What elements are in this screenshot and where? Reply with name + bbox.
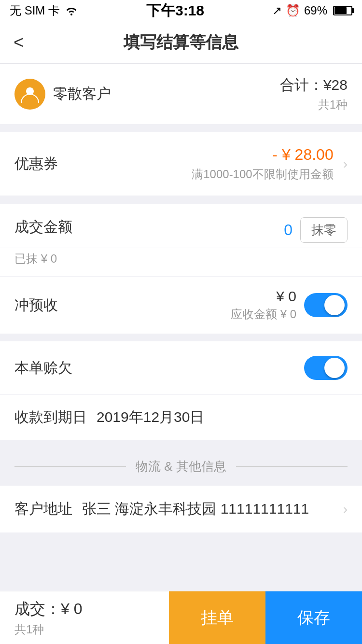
avatar (14, 79, 45, 110)
coupon-right-col: - ¥ 28.00 满1000-100不限制使用金额 (192, 146, 333, 182)
back-button[interactable]: < (14, 32, 24, 53)
main-content: 零散客户 合计：¥28 共1种 优惠券 - ¥ 28.00 满1000-100不… (0, 64, 362, 586)
coupon-desc: 满1000-100不限制使用金额 (192, 167, 333, 182)
nav-bar: < 填写结算等信息 (0, 21, 362, 64)
status-right: ↗ ⏰ 69% (272, 4, 352, 17)
hang-button[interactable]: 挂单 (169, 591, 265, 644)
customer-total: 合计：¥28 共1种 (280, 75, 348, 112)
deal-amount-label: 成交金额 (14, 217, 72, 237)
debt-row: 本单赊欠 (0, 341, 362, 394)
due-date-label: 收款到期日 (14, 407, 87, 427)
round-button[interactable]: 抹零 (300, 217, 348, 243)
divider-line-left (14, 466, 126, 467)
coupon-row[interactable]: 优惠券 - ¥ 28.00 满1000-100不限制使用金额 › (0, 132, 362, 196)
battery-percent: 69% (304, 4, 327, 17)
status-left: 无 SIM 卡 (10, 3, 78, 18)
precollect-top-amount: ¥ 0 (231, 288, 296, 305)
logistics-header: 物流 & 其他信息 (0, 448, 362, 486)
bottom-deal-amount: ¥ 0 (61, 600, 82, 617)
due-date-value[interactable]: 2019年12月30日 (97, 407, 204, 427)
location-icon: ↗ (272, 4, 282, 17)
deal-input-area: 0 抹零 (284, 217, 348, 243)
coupon-amount: - ¥ 28.00 (192, 146, 333, 164)
precollect-amounts: ¥ 0 应收金额 ¥ 0 (231, 288, 296, 322)
coupon-chevron: › (343, 156, 348, 172)
total-amount: 合计：¥28 (280, 75, 348, 95)
coupon-right: - ¥ 28.00 满1000-100不限制使用金额 › (192, 146, 348, 182)
precollect-right: ¥ 0 应收金额 ¥ 0 (231, 288, 348, 322)
address-row[interactable]: 客户地址 张三 海淀永丰科技园 11111111111 › (0, 486, 362, 533)
divider-2 (0, 196, 362, 204)
deal-sub-text: 已抹 ¥ 0 (0, 248, 362, 276)
divider-line-right (236, 466, 348, 467)
sim-indicator: 无 SIM 卡 (10, 3, 60, 18)
address-value: 张三 海淀永丰科技园 11111111111 (82, 499, 339, 519)
debt-toggle-knob (324, 358, 345, 378)
precollect-row: 冲预收 ¥ 0 应收金额 ¥ 0 (0, 276, 362, 334)
battery-icon (333, 6, 352, 15)
address-label: 客户地址 (14, 499, 72, 519)
customer-left: 零散客户 (14, 79, 111, 110)
deal-value[interactable]: 0 (284, 221, 292, 239)
customer-name: 零散客户 (53, 84, 111, 104)
precollect-toggle[interactable] (304, 293, 348, 317)
status-bar: 无 SIM 卡 下午3:18 ↗ ⏰ 69% (0, 0, 362, 21)
toggle-knob (324, 295, 345, 315)
debt-label: 本单赊欠 (14, 358, 72, 378)
bottom-deal-row: 成交：¥ 0 (14, 599, 154, 620)
bottom-count: 共1种 (14, 622, 154, 637)
divider-1 (0, 125, 362, 132)
precollect-bottom-amount: 应收金额 ¥ 0 (231, 307, 296, 322)
save-button[interactable]: 保存 (265, 591, 362, 644)
bottom-deal-label: 成交： (14, 600, 61, 617)
deal-amount-row: 成交金额 0 抹零 (0, 204, 362, 248)
customer-row: 零散客户 合计：¥28 共1种 (0, 64, 362, 124)
logistics-label: 物流 & 其他信息 (136, 458, 226, 475)
due-date-row: 收款到期日 2019年12月30日 (0, 394, 362, 440)
divider-3 (0, 334, 362, 341)
wifi-icon (65, 6, 78, 15)
alarm-icon: ⏰ (286, 4, 300, 17)
address-chevron: › (343, 502, 348, 517)
divider-4 (0, 440, 362, 448)
debt-toggle[interactable] (304, 356, 348, 380)
customer-section: 零散客户 合计：¥28 共1种 (0, 64, 362, 125)
total-count: 共1种 (280, 97, 348, 112)
precollect-label: 冲预收 (14, 295, 58, 315)
bottom-summary: 成交：¥ 0 共1种 (0, 599, 169, 637)
coupon-label: 优惠券 (14, 154, 58, 174)
bottom-bar: 成交：¥ 0 共1种 挂单 保存 (0, 591, 362, 644)
page-title: 填写结算等信息 (124, 31, 238, 54)
status-time: 下午3:18 (146, 1, 204, 21)
